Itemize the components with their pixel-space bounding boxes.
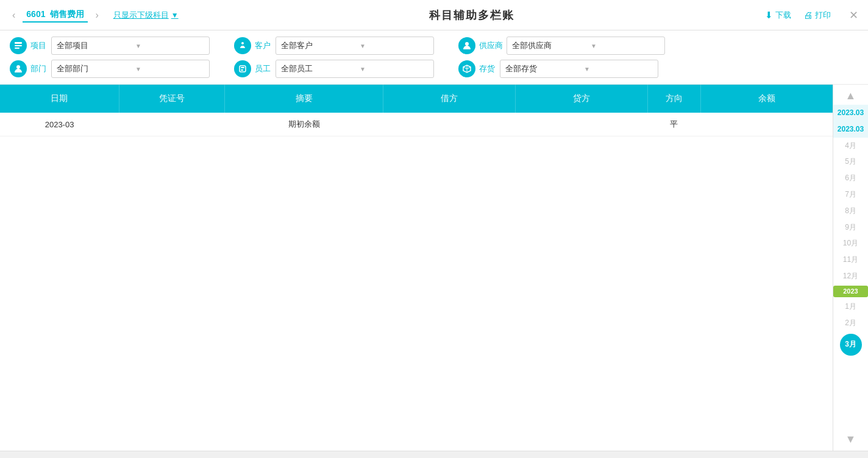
timeline-month-4[interactable]: 4月 xyxy=(833,138,868,154)
dept-select-arrow-icon: ▼ xyxy=(130,66,209,72)
timeline-month-6[interactable]: 6月 xyxy=(833,170,868,186)
timeline-period-2[interactable]: 2023.03 xyxy=(833,121,868,138)
col-header-debit: 借方 xyxy=(383,85,516,113)
data-table: 日期 凭证号 摘要 借方 贷方 方向 余额 2023-03 期初余额 xyxy=(0,85,833,136)
svg-rect-0 xyxy=(15,42,22,44)
only-sub-button[interactable]: 只显示下级科目 ▼ xyxy=(113,10,179,21)
print-icon: 🖨 xyxy=(803,10,813,20)
close-button[interactable]: ✕ xyxy=(849,9,858,22)
project-select-arrow-icon: ▼ xyxy=(130,43,209,49)
download-icon: ⬇ xyxy=(765,10,773,21)
col-header-summary: 摘要 xyxy=(225,85,383,113)
timeline-month-8[interactable]: 8月 xyxy=(833,203,868,219)
cell-direction: 平 xyxy=(647,113,700,136)
project-select[interactable]: 全部项目 ▼ xyxy=(51,37,210,55)
dept-icon xyxy=(10,60,27,77)
timeline-sidebar: ▲ 2023.03 2023.03 4月 5月 6月 7月 8月 9月 10月 … xyxy=(833,85,868,451)
svg-rect-7 xyxy=(241,69,243,71)
timeline-month-3-active[interactable]: 3月 xyxy=(840,334,862,356)
dept-label: 部门 xyxy=(30,63,48,74)
timeline-up-arrow-icon[interactable]: ▲ xyxy=(843,87,859,105)
filter-row-2: 部门 全部部门 ▼ 员工 全部员工 ▼ xyxy=(10,60,858,78)
table-row: 2023-03 期初余额 平 xyxy=(0,113,833,136)
timeline-month-3-wrapper: 3月 xyxy=(840,333,862,357)
cell-summary: 期初余额 xyxy=(225,113,383,136)
inventory-filter-item: 存货 全部存货 ▼ xyxy=(458,60,658,78)
svg-rect-6 xyxy=(241,67,244,68)
main-content: 日期 凭证号 摘要 借方 贷方 方向 余额 2023-03 期初余额 xyxy=(0,85,868,451)
timeline-year-badge[interactable]: 2023 xyxy=(833,286,868,297)
supplier-select-arrow-icon: ▼ xyxy=(586,43,664,49)
project-filter-item: 项目 全部项目 ▼ xyxy=(10,37,210,55)
svg-rect-2 xyxy=(15,48,20,49)
customer-select[interactable]: 全部客户 ▼ xyxy=(276,37,434,55)
inventory-select-arrow-icon: ▼ xyxy=(579,66,658,72)
dept-select[interactable]: 全部部门 ▼ xyxy=(51,60,210,78)
employee-filter-item: 员工 全部员工 ▼ xyxy=(234,60,434,78)
col-header-balance: 余额 xyxy=(700,85,833,113)
svg-point-3 xyxy=(465,42,469,46)
employee-select[interactable]: 全部员工 ▼ xyxy=(276,60,434,78)
timeline-down-arrow-icon[interactable]: ▼ xyxy=(843,431,859,448)
supplier-icon xyxy=(458,37,475,54)
project-label: 项目 xyxy=(30,40,48,51)
nav-next-button[interactable]: › xyxy=(93,9,101,22)
customer-filter-item: 客户 全部客户 ▼ xyxy=(234,37,434,55)
employee-icon xyxy=(234,60,251,77)
timeline-month-7[interactable]: 7月 xyxy=(833,186,868,203)
main-window: ‹ 6601 销售费用 › 只显示下级科目 ▼ 科目辅助多栏账 ⬇ 下载 🖨 打… xyxy=(0,0,868,458)
cell-debit xyxy=(383,113,516,136)
cell-balance xyxy=(700,113,833,136)
svg-rect-1 xyxy=(15,45,22,46)
project-icon xyxy=(10,37,27,54)
timeline-month-2[interactable]: 2月 xyxy=(833,315,868,331)
employee-label: 员工 xyxy=(255,63,272,74)
col-header-date: 日期 xyxy=(0,85,119,113)
cell-voucher xyxy=(119,113,224,136)
col-header-direction: 方向 xyxy=(647,85,700,113)
col-header-voucher: 凭证号 xyxy=(119,85,224,113)
customer-select-arrow-icon: ▼ xyxy=(355,43,433,49)
svg-rect-5 xyxy=(240,66,246,72)
bottom-scrollbar[interactable] xyxy=(0,451,868,458)
download-button[interactable]: ⬇ 下载 xyxy=(765,10,791,21)
timeline-period-1[interactable]: 2023.03 xyxy=(833,105,868,121)
cell-date: 2023-03 xyxy=(0,113,119,136)
title-bar-right: ⬇ 下载 🖨 打印 ✕ xyxy=(765,9,858,22)
cell-credit xyxy=(516,113,648,136)
only-sub-arrow-icon: ▼ xyxy=(171,11,179,19)
timeline-month-1[interactable]: 1月 xyxy=(833,298,868,315)
filter-row-1: 项目 全部项目 ▼ 客户 全部客户 ▼ xyxy=(10,37,858,55)
table-area[interactable]: 日期 凭证号 摘要 借方 贷方 方向 余额 2023-03 期初余额 xyxy=(0,85,833,451)
nav-prev-button[interactable]: ‹ xyxy=(10,9,18,22)
employee-select-arrow-icon: ▼ xyxy=(355,66,433,72)
title-bar-left: ‹ 6601 销售费用 › 只显示下级科目 ▼ xyxy=(10,8,179,23)
timeline-month-12[interactable]: 12月 xyxy=(833,268,868,284)
timeline-month-11[interactable]: 11月 xyxy=(833,252,868,268)
inventory-label: 存货 xyxy=(479,63,496,74)
timeline-month-10[interactable]: 10月 xyxy=(833,235,868,252)
inventory-select[interactable]: 全部存货 ▼ xyxy=(500,60,658,78)
supplier-select[interactable]: 全部供应商 ▼ xyxy=(507,37,665,55)
customer-icon xyxy=(234,37,251,54)
supplier-filter-item: 供应商 全部供应商 ▼ xyxy=(458,37,665,55)
inventory-icon xyxy=(458,60,475,77)
timeline-month-5[interactable]: 5月 xyxy=(833,153,868,170)
account-code: 6601 销售费用 xyxy=(23,8,88,23)
supplier-label: 供应商 xyxy=(479,40,503,51)
title-bar: ‹ 6601 销售费用 › 只显示下级科目 ▼ 科目辅助多栏账 ⬇ 下载 🖨 打… xyxy=(0,0,868,30)
customer-label: 客户 xyxy=(255,40,272,51)
page-title: 科目辅助多栏账 xyxy=(429,8,514,23)
print-button[interactable]: 🖨 打印 xyxy=(803,10,831,21)
dept-filter-item: 部门 全部部门 ▼ xyxy=(10,60,210,78)
filter-bar: 项目 全部项目 ▼ 客户 全部客户 ▼ xyxy=(0,30,868,85)
timeline-month-9[interactable]: 9月 xyxy=(833,219,868,236)
svg-point-4 xyxy=(16,65,20,69)
col-header-credit: 贷方 xyxy=(516,85,648,113)
